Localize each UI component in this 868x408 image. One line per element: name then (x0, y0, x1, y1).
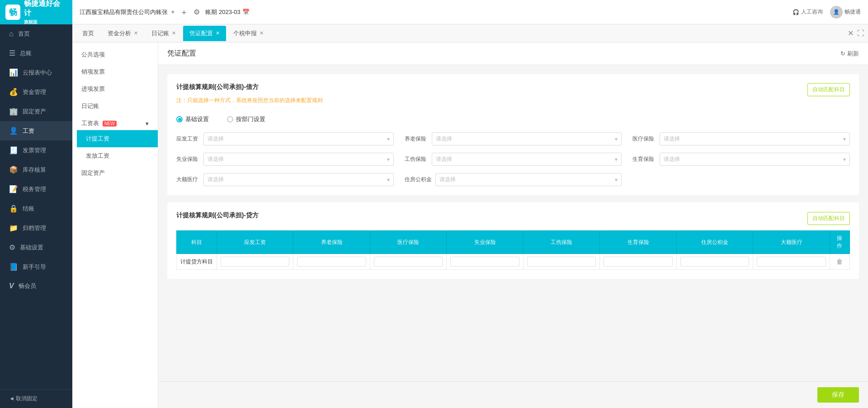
tab-voucher-close[interactable]: ✕ (216, 30, 220, 36)
sidebar-label-fund: 资金管理 (23, 88, 46, 96)
sub-sidebar-salary-label: 工资表 (81, 120, 99, 127)
auto-match-debit-button[interactable]: 自动匹配科目 (807, 83, 850, 96)
sidebar-label-stock: 库存核算 (23, 166, 46, 174)
expand-icon[interactable]: ⛶ (857, 29, 864, 38)
sidebar-item-home[interactable]: ⌂ 首页 (0, 24, 72, 43)
sub-sidebar-sales[interactable]: 销项发票 (72, 63, 158, 80)
salary-icon: 👤 (9, 127, 18, 135)
cell-ylbx[interactable] (293, 254, 370, 270)
sub-sidebar-purchase-label: 进项发票 (81, 85, 105, 93)
cell-yfgz[interactable] (217, 254, 293, 270)
sub-sidebar-journal-label: 日记账 (81, 102, 99, 110)
radio-dept[interactable]: 按部门设置 (227, 115, 265, 123)
topbar-settings-icon[interactable]: ⚙ (193, 8, 200, 16)
auto-match-credit-button[interactable]: 自动匹配科目 (807, 212, 850, 225)
invoice-icon: 🧾 (9, 146, 18, 155)
tab-fund[interactable]: 资金分析 ✕ (101, 26, 144, 41)
table-header-row: 科目 应发工资 养老保险 医疗保险 失业保险 工伤保险 生育保险 住房公积金 大… (177, 231, 850, 254)
sidebar-item-stock[interactable]: 📦 库存核算 (0, 160, 72, 179)
cell-gsbx[interactable] (523, 254, 599, 270)
select-zfgjj[interactable]: 请选择 ▾ (435, 173, 622, 186)
input-zfgjj[interactable] (680, 257, 749, 267)
tab-home[interactable]: 首页 (76, 26, 100, 41)
input-dely[interactable] (757, 257, 826, 267)
sidebar-item-settings[interactable]: ⚙ 基础设置 (0, 238, 72, 257)
sub-sidebar-fixed[interactable]: 固定资产 (72, 164, 158, 182)
user-menu[interactable]: 👤 畅捷通 (830, 6, 861, 19)
cell-dely[interactable] (753, 254, 830, 270)
sidebar-item-settle[interactable]: 🔒 结账 (0, 199, 72, 218)
panel-header: 凭证配置 ↻ 刷新 (158, 42, 868, 65)
company-dropdown-icon[interactable]: ▾ (171, 9, 175, 15)
sub-sidebar-purchase[interactable]: 进项发票 (72, 80, 158, 98)
save-button[interactable]: 保存 (817, 387, 859, 403)
sidebar-item-ledger[interactable]: ☰ 总账 (0, 43, 72, 63)
input-sybx[interactable] (450, 257, 519, 267)
col-sybx2: 生育保险 (600, 231, 676, 254)
select-ylbx[interactable]: 请选择 ▾ (432, 132, 622, 145)
period-selector[interactable]: 账期 2023-03 📅 (205, 8, 250, 16)
sidebar-label-invoice: 发票管理 (23, 146, 46, 155)
refresh-button[interactable]: ↻ 刷新 (840, 50, 859, 58)
select-sybx[interactable]: 请选择 ▾ (203, 153, 394, 166)
sidebar-item-vip[interactable]: V 畅会员 (0, 277, 72, 295)
field-ylbx: 养老保险 请选择 ▾ (405, 132, 622, 145)
sidebar-item-reports[interactable]: 📊 云报表中心 (0, 63, 72, 82)
sub-sidebar-salary-calc-label: 计提工资 (86, 135, 109, 143)
headset-icon: 🎧 (793, 9, 799, 15)
select-dely[interactable]: 请选择 ▾ (203, 173, 394, 186)
tab-tax[interactable]: 个税申报 ✕ (227, 26, 270, 41)
company-selector[interactable]: 江西服宝精品有限责任公司内账张 ▾ (80, 8, 175, 16)
sidebar-item-archive[interactable]: 📁 归档管理 (0, 218, 72, 238)
support-button[interactable]: 🎧 人工咨询 (793, 8, 823, 16)
sidebar-label-tax: 税务管理 (23, 185, 46, 193)
sidebar-item-guide[interactable]: 📘 新手引导 (0, 257, 72, 277)
sub-sidebar-salary-group[interactable]: 工资表 NEW ▾ (72, 115, 158, 130)
input-sybx2[interactable] (604, 257, 672, 267)
sidebar-item-assets[interactable]: 🏢 固定资产 (0, 102, 72, 121)
credit-table: 科目 应发工资 养老保险 医疗保险 失业保险 工伤保险 生育保险 住房公积金 大… (176, 230, 850, 270)
input-ylbx[interactable] (297, 257, 366, 267)
input-ylbx2[interactable] (374, 257, 443, 267)
select-zfgjj-arrow: ▾ (615, 177, 618, 183)
input-yfgz[interactable] (221, 257, 289, 267)
topbar-right: 🎧 人工咨询 👤 畅捷通 (793, 6, 861, 19)
add-account-button[interactable]: ＋ (180, 7, 188, 18)
select-gsbx-arrow: ▾ (615, 156, 618, 163)
cancel-fixed-button[interactable]: ◄ 取消固定 (0, 389, 72, 408)
tab-fund-close[interactable]: ✕ (134, 30, 138, 36)
sub-sidebar-salary-pay[interactable]: 发放工资 (77, 147, 158, 164)
select-gsbx[interactable]: 请选择 ▾ (432, 153, 622, 166)
cell-ylbx2[interactable] (370, 254, 446, 270)
sub-sidebar-public[interactable]: 公共选项 (72, 46, 158, 63)
select-ylbx2[interactable]: 请选择 ▾ (660, 132, 850, 145)
save-bar: 保存 (158, 381, 868, 408)
settings-icon: ⚙ (9, 243, 15, 252)
topbar: 江西服宝精品有限责任公司内账张 ▾ ＋ ⚙ 账期 2023-03 📅 🎧 人工咨… (72, 0, 868, 24)
sidebar-item-tax[interactable]: 📝 税务管理 (0, 179, 72, 199)
tab-tax-close[interactable]: ✕ (259, 30, 264, 36)
cell-zfgjj[interactable] (676, 254, 753, 270)
tab-journal[interactable]: 日记账 ✕ (145, 26, 182, 41)
calendar-icon[interactable]: 📅 (242, 9, 250, 15)
close-tab-icon[interactable]: ✕ (848, 29, 854, 38)
sub-sidebar-journal[interactable]: 日记账 (72, 98, 158, 115)
tab-bar: 首页 资金分析 ✕ 日记账 ✕ 凭证配置 ✕ 个税申报 ✕ ✕ ⛶ (72, 24, 868, 42)
select-yfgz[interactable]: 请选择 ▾ (203, 132, 394, 145)
input-gsbx[interactable] (527, 257, 596, 267)
select-sybx2[interactable]: 请选择 ▾ (660, 153, 850, 166)
sidebar: 畅 畅捷通好会计 旗舰版 ⌂ 首页 ☰ 总账 📊 云报表中心 💰 资金管理 🏢 … (0, 0, 72, 408)
sidebar-item-fund[interactable]: 💰 资金管理 (0, 82, 72, 102)
sidebar-item-salary[interactable]: 👤 工资 (0, 121, 72, 141)
cell-sybx2[interactable] (600, 254, 676, 270)
cell-action[interactable]: 🗑 (830, 254, 849, 270)
sidebar-item-invoice[interactable]: 🧾 发票管理 (0, 141, 72, 160)
label-yfgz: 应发工资 (176, 135, 200, 143)
select-ylbx2-arrow: ▾ (843, 136, 846, 142)
cell-sybx[interactable] (447, 254, 523, 270)
tab-voucher[interactable]: 凭证配置 ✕ (183, 26, 226, 41)
sub-sidebar-salary-calc[interactable]: 计提工资 (77, 130, 158, 147)
tab-journal-close[interactable]: ✕ (172, 30, 176, 36)
radio-basic[interactable]: 基础设置 (176, 115, 209, 123)
sidebar-logo: 畅 畅捷通好会计 旗舰版 (0, 0, 72, 24)
